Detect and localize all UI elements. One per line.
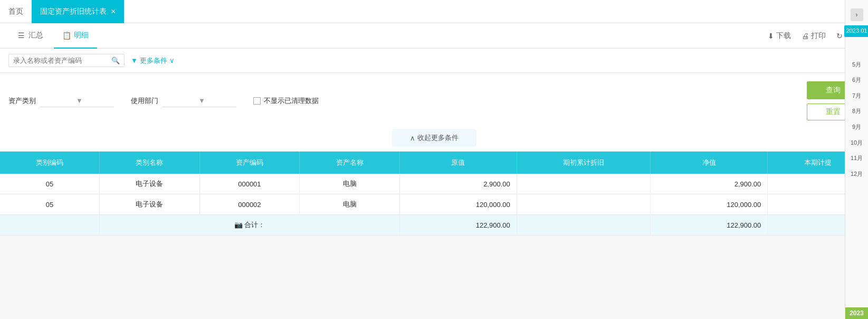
right-panel-top: › 2023.01 bbox=[844, 0, 868, 37]
more-conditions-button[interactable]: ▼ 更多条件 ∨ bbox=[131, 56, 175, 65]
cell-asset-code: 000001 bbox=[199, 174, 300, 194]
cell-accumulated-depreciation bbox=[517, 194, 651, 215]
cell-category-code: 05 bbox=[0, 194, 99, 215]
table-body: 05 电子设备 000001 电脑 2,900.00 2,900.00 05 电… bbox=[0, 174, 868, 236]
active-tab[interactable]: 固定资产折旧统计表 × bbox=[32, 0, 124, 23]
cell-asset-code: 000002 bbox=[199, 194, 300, 215]
cell-original-value: 120,000.00 bbox=[399, 194, 517, 215]
col-category-code: 类别编码 bbox=[0, 152, 99, 174]
home-tab[interactable]: 首页 bbox=[8, 7, 32, 16]
hide-cleared-checkbox[interactable]: 不显示已清理数据 bbox=[253, 96, 319, 106]
col-asset-name: 资产名称 bbox=[300, 152, 400, 174]
search-icon: 🔍 bbox=[111, 57, 120, 64]
cell-accumulated-depreciation bbox=[517, 174, 651, 194]
cell-original-value: 2,900.00 bbox=[399, 174, 517, 194]
month-10[interactable]: 10月 bbox=[850, 136, 864, 150]
table-summary-row: 📷 合计： 122,900.00 122,900.00 bbox=[0, 215, 868, 236]
col-net-value: 净值 bbox=[651, 152, 768, 174]
conditions-panel: 资产类别 ▼ 使用部门 ▼ 不显示已清理数据 bbox=[0, 73, 868, 152]
summary-empty-1 bbox=[0, 215, 99, 236]
asset-category-label: 资产类别 bbox=[8, 96, 36, 106]
month-5[interactable]: 5月 bbox=[851, 58, 862, 72]
cell-category-code: 05 bbox=[0, 174, 99, 194]
cell-category-name: 电子设备 bbox=[99, 194, 199, 215]
summary-original-value: 122,900.00 bbox=[399, 215, 517, 236]
collapse-conditions-button[interactable]: ∧ 收起更多条件 bbox=[392, 129, 476, 147]
checkbox-box bbox=[253, 97, 261, 105]
toolbar: ☰ 汇总 📋 明细 ⬇ 下载 🖨 打印 ↻ bbox=[0, 23, 868, 49]
table-row[interactable]: 05 电子设备 000002 电脑 120,000.00 120,000.00 bbox=[0, 194, 868, 215]
top-nav: 首页 固定资产折旧统计表 × × bbox=[0, 0, 868, 23]
month-11[interactable]: 11月 bbox=[850, 152, 864, 165]
month-6[interactable]: 6月 bbox=[851, 73, 862, 87]
detail-icon: 📋 bbox=[62, 31, 71, 40]
department-chevron: ▼ bbox=[198, 97, 232, 105]
month-8[interactable]: 8月 bbox=[851, 105, 862, 118]
right-panel-arrow[interactable]: › bbox=[851, 8, 863, 21]
tab-detail-label: 明细 bbox=[74, 31, 89, 40]
summary-net-value: 122,900.00 bbox=[651, 215, 768, 236]
chevron-down-icon: ∨ bbox=[169, 57, 175, 64]
more-conditions-label: 更多条件 bbox=[140, 56, 167, 65]
cell-net-value: 120,000.00 bbox=[651, 194, 768, 215]
download-icon: ⬇ bbox=[768, 32, 774, 40]
arrow-icon: › bbox=[856, 11, 858, 18]
search-input[interactable] bbox=[13, 57, 108, 64]
year-badge[interactable]: 2023 bbox=[845, 307, 869, 319]
hide-cleared-label: 不显示已清理数据 bbox=[264, 96, 319, 106]
conditions-row: 资产类别 ▼ 使用部门 ▼ 不显示已清理数据 bbox=[8, 81, 860, 120]
download-button[interactable]: ⬇ 下载 bbox=[768, 31, 791, 41]
summary-accumulated-depreciation bbox=[517, 215, 651, 236]
print-icon: 🖨 bbox=[802, 32, 809, 40]
month-7[interactable]: 7月 bbox=[851, 89, 862, 103]
active-tab-label: 固定资产折旧统计表 bbox=[40, 7, 107, 16]
table-row[interactable]: 05 电子设备 000001 电脑 2,900.00 2,900.00 bbox=[0, 174, 868, 194]
month-9[interactable]: 9月 bbox=[851, 120, 862, 134]
tab-close-icon[interactable]: × bbox=[111, 7, 116, 16]
refresh-icon: ↻ bbox=[836, 32, 843, 40]
asset-category-filter: 资产类别 ▼ bbox=[8, 95, 114, 107]
cell-category-name: 电子设备 bbox=[99, 174, 199, 194]
table-header: 类别编码 类别名称 资产编码 资产名称 原值 期初累计折旧 净值 本期计提 bbox=[0, 152, 868, 174]
tab-detail[interactable]: 📋 明细 bbox=[54, 23, 97, 49]
summary-label: 📷 合计： bbox=[99, 215, 399, 236]
collapse-label: 收起更多条件 bbox=[417, 133, 459, 143]
month-list: 5月 6月 7月 8月 9月 10月 11月 12月 bbox=[850, 58, 864, 181]
right-panel: › 2023.01 5月 6月 7月 8月 9月 10月 11月 12月 202… bbox=[845, 0, 868, 319]
tab-summary-label: 汇总 bbox=[28, 31, 43, 40]
tab-summary[interactable]: ☰ 汇总 bbox=[8, 23, 52, 49]
asset-category-chevron: ▼ bbox=[76, 97, 110, 105]
summary-icon: 📷 bbox=[234, 221, 243, 229]
month-12[interactable]: 12月 bbox=[850, 167, 864, 181]
department-filter: 使用部门 ▼ bbox=[131, 95, 236, 107]
data-table: 类别编码 类别名称 资产编码 资产名称 原值 期初累计折旧 净值 本期计提 05… bbox=[0, 152, 868, 236]
download-label: 下载 bbox=[776, 31, 791, 41]
search-input-wrap[interactable]: 🔍 bbox=[8, 54, 125, 67]
cell-asset-name: 电脑 bbox=[300, 194, 400, 215]
filter-icon: ▼ bbox=[131, 57, 138, 64]
cell-net-value: 2,900.00 bbox=[651, 174, 768, 194]
date-label-current[interactable]: 2023.01 bbox=[844, 25, 868, 37]
asset-category-select[interactable]: ▼ bbox=[40, 95, 114, 107]
department-label: 使用部门 bbox=[131, 96, 158, 106]
data-table-wrap: 类别编码 类别名称 资产编码 资产名称 原值 期初累计折旧 净值 本期计提 05… bbox=[0, 152, 868, 236]
summary-icon: ☰ bbox=[17, 31, 25, 40]
col-original-value: 原值 bbox=[399, 152, 517, 174]
print-button[interactable]: 🖨 打印 bbox=[802, 31, 826, 41]
print-label: 打印 bbox=[811, 31, 826, 41]
filter-bar: 🔍 ▼ 更多条件 ∨ bbox=[0, 49, 868, 73]
col-accumulated-depreciation: 期初累计折旧 bbox=[517, 152, 651, 174]
col-category-name: 类别名称 bbox=[99, 152, 199, 174]
collapse-icon: ∧ bbox=[410, 134, 415, 142]
col-asset-code: 资产编码 bbox=[199, 152, 300, 174]
department-select[interactable]: ▼ bbox=[163, 95, 236, 107]
cell-asset-name: 电脑 bbox=[300, 174, 400, 194]
tab-group: ☰ 汇总 📋 明细 bbox=[8, 23, 97, 49]
